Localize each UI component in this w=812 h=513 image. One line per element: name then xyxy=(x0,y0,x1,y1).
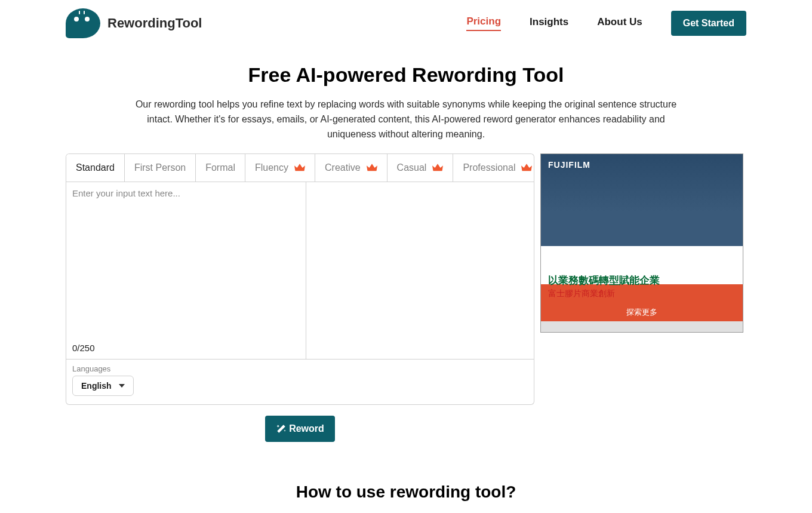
crown-icon xyxy=(521,164,532,172)
language-selected: English xyxy=(81,381,112,391)
editor-input-pane: 0/250 xyxy=(66,182,306,359)
tab-label: Casual xyxy=(397,162,427,173)
crown-icon xyxy=(294,164,305,172)
nav-about[interactable]: About Us xyxy=(597,16,642,30)
howto-section: How to use rewording tool? xyxy=(0,453,812,513)
header: RewordingTool Pricing Insights About Us … xyxy=(0,0,812,47)
tab-label: Professional xyxy=(463,162,515,173)
editor: 0/250 xyxy=(66,182,534,360)
tab-professional[interactable]: Professional xyxy=(453,154,534,182)
tab-label: Fluency xyxy=(255,162,288,173)
action-row: Reword xyxy=(66,405,534,453)
page-description: Our rewording tool helps you refine text… xyxy=(131,97,681,142)
ad-image: FUJIFILM 以業務數碼轉型賦能企業 富士膠片商業創新 探索更多 xyxy=(541,154,743,321)
main-area: Standard First Person Formal Fluency Cre… xyxy=(0,153,812,453)
chevron-down-icon xyxy=(119,384,125,388)
ad-cta[interactable]: 探索更多 xyxy=(541,303,743,321)
hero: Free AI-powered Rewording Tool Our rewor… xyxy=(0,47,812,153)
page-title: Free AI-powered Rewording Tool xyxy=(66,63,746,87)
ad-subheadline: 富士膠片商業創新 xyxy=(548,288,615,299)
tab-formal[interactable]: Formal xyxy=(196,154,245,182)
ad-headline: 以業務數碼轉型賦能企業 xyxy=(548,274,660,287)
tab-first-person[interactable]: First Person xyxy=(125,154,196,182)
language-bar: Languages English xyxy=(66,360,534,405)
wand-icon xyxy=(276,423,287,434)
nav-insights[interactable]: Insights xyxy=(530,16,568,30)
char-count: 0/250 xyxy=(72,339,300,353)
tab-label: Standard xyxy=(76,162,115,173)
ad-banner[interactable]: i ✕ FUJIFILM 以業務數碼轉型賦能企業 富士膠片商業創新 探索更多 xyxy=(540,153,743,333)
tool-panel: Standard First Person Formal Fluency Cre… xyxy=(66,153,534,453)
tab-fluency[interactable]: Fluency xyxy=(245,154,315,182)
nav-pricing[interactable]: Pricing xyxy=(466,16,501,31)
tab-label: Formal xyxy=(205,162,235,173)
mode-tabs: Standard First Person Formal Fluency Cre… xyxy=(66,153,534,182)
tab-label: First Person xyxy=(134,162,186,173)
logo-text: RewordingTool xyxy=(107,16,202,31)
get-started-button[interactable]: Get Started xyxy=(671,11,746,36)
tab-standard[interactable]: Standard xyxy=(66,154,125,182)
tab-casual[interactable]: Casual xyxy=(387,154,454,182)
tab-label: Creative xyxy=(325,162,361,173)
reword-label: Reword xyxy=(289,423,324,434)
reword-button[interactable]: Reword xyxy=(265,416,335,442)
language-label: Languages xyxy=(72,364,528,373)
nav: Pricing Insights About Us Get Started xyxy=(466,11,746,36)
editor-output-pane xyxy=(306,182,534,359)
tab-creative[interactable]: Creative xyxy=(315,154,387,182)
howto-title: How to use rewording tool? xyxy=(0,483,812,502)
crown-icon xyxy=(432,164,443,172)
input-textarea[interactable] xyxy=(72,188,300,339)
logo[interactable]: RewordingTool xyxy=(66,8,202,38)
ad-brand: FUJIFILM xyxy=(548,160,590,170)
logo-icon xyxy=(66,8,100,38)
crown-icon xyxy=(367,164,377,172)
language-select[interactable]: English xyxy=(72,376,134,396)
